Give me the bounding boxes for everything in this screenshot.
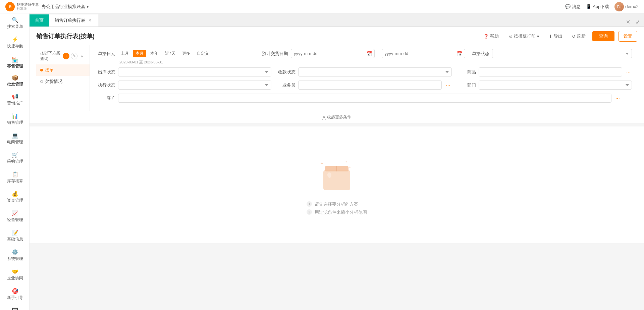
query-button[interactable]: 查询 bbox=[592, 31, 614, 41]
salesman-label: 业务员 bbox=[275, 82, 296, 88]
filter-layout: 按以下方案查询 + ✎ « 按单 bbox=[36, 45, 637, 111]
basic-info-icon: 📝 bbox=[12, 229, 18, 236]
payment-status-select[interactable] bbox=[298, 67, 451, 76]
goods-more-button[interactable]: ··· bbox=[625, 69, 632, 75]
tab-sales-exec[interactable]: 销售订单执行表 ✕ bbox=[49, 14, 98, 27]
sidebar-item-system[interactable]: ⚙️ 系统管理 bbox=[0, 246, 29, 265]
sidebar-item-enterprise[interactable]: 🤝 企业协同 bbox=[0, 265, 29, 285]
print-arrow-icon: ▾ bbox=[537, 34, 539, 39]
sidebar-item-operations[interactable]: 📈 经营管理 bbox=[0, 207, 29, 226]
settings-button[interactable]: 设置 bbox=[619, 31, 637, 42]
collapse-scheme-button[interactable]: « bbox=[79, 53, 86, 59]
sidebar-item-ecommerce[interactable]: 💻 电商管理 bbox=[0, 129, 29, 148]
out-status-select[interactable] bbox=[118, 67, 271, 76]
date-end-input[interactable] bbox=[382, 49, 466, 58]
tab-close-button[interactable]: ✕ bbox=[87, 18, 93, 23]
header-left: 畅 畅捷通好生意 标准版 办公用品行业模拟账套 ▾ bbox=[5, 2, 89, 11]
date-separator: — bbox=[376, 51, 380, 56]
tab-expand-button[interactable]: ⤢ bbox=[634, 17, 641, 27]
app-center-icon: 🔲 bbox=[12, 307, 18, 310]
sales-icon: 📊 bbox=[12, 113, 18, 119]
message-button[interactable]: 💬 消息 bbox=[565, 4, 581, 10]
expected-date-field: 预计交货日期 📅 — 📅 bbox=[262, 49, 465, 58]
status-label: 单据状态 bbox=[469, 51, 489, 57]
wholesale-icon: 📦 bbox=[12, 74, 18, 81]
operations-icon: 📈 bbox=[12, 210, 18, 216]
date-label: 单据日期 bbox=[95, 51, 115, 57]
edit-scheme-button[interactable]: ✎ bbox=[71, 53, 77, 59]
empty-hint-1: 1 请先选择要分析的方案 bbox=[307, 200, 367, 208]
content-area: 首页 销售订单执行表 ✕ ✕ ⤢ 销售订单执行表(按单) ❓ bbox=[30, 13, 644, 310]
finance-icon: 💰 bbox=[12, 191, 18, 197]
customer-input[interactable] bbox=[118, 94, 611, 103]
filter-sidebar-actions: + ✎ « bbox=[63, 53, 86, 59]
sidebar-item-finance[interactable]: 💰 资金管理 bbox=[0, 187, 29, 207]
sidebar-item-inventory[interactable]: 📋 库存核算 bbox=[0, 168, 29, 187]
filter-form: 单据日期 上月 本月 本年 近7天 更多 自定义 bbox=[90, 45, 637, 111]
tab-close-all-button[interactable]: ✕ bbox=[625, 17, 632, 27]
export-button[interactable]: ⬇ 导出 bbox=[546, 32, 565, 41]
out-status-field: 出库状态 bbox=[95, 67, 271, 76]
tab-home[interactable]: 首页 bbox=[30, 14, 49, 27]
app-selector[interactable]: 办公用品行业模拟账套 ▾ bbox=[42, 4, 89, 10]
svg-text:✦: ✦ bbox=[345, 160, 347, 163]
filter-nav-arrears[interactable]: 欠货情况 bbox=[36, 76, 90, 87]
filter-row-1: 单据日期 上月 本月 本年 近7天 更多 自定义 bbox=[95, 49, 632, 58]
avatar: Ea bbox=[614, 2, 624, 11]
period-last7[interactable]: 近7天 bbox=[162, 50, 178, 57]
filter-nav-by-order[interactable]: 按单 bbox=[36, 64, 90, 76]
customer-label: 客户 bbox=[95, 95, 115, 101]
sidebar-item-sales-mgmt[interactable]: 📊 销售管理 bbox=[0, 109, 29, 129]
ecommerce-icon: 💻 bbox=[12, 132, 18, 139]
period-tabs: 上月 本月 本年 近7天 更多 自定义 bbox=[118, 50, 212, 57]
empty-svg: ✦ ✦ ✦ bbox=[317, 153, 357, 194]
home-tab-label: 首页 bbox=[35, 17, 44, 23]
date-start-input[interactable] bbox=[291, 49, 375, 58]
help-icon: ❓ bbox=[483, 34, 489, 39]
sidebar-item-marketing[interactable]: 📢 营销推广 bbox=[0, 90, 29, 109]
purchase-icon: 🛒 bbox=[12, 152, 18, 158]
collapse-button[interactable]: ⋀ 收起更多条件 bbox=[318, 113, 355, 121]
customer-more-button[interactable]: ··· bbox=[614, 95, 621, 101]
period-last-month[interactable]: 上月 bbox=[118, 50, 131, 57]
dept-field: 部门 bbox=[456, 81, 632, 90]
sidebar-item-purchase[interactable]: 🛒 采购管理 bbox=[0, 148, 29, 168]
sidebar-item-quick-nav[interactable]: ⚡ 快捷导航 bbox=[0, 33, 29, 52]
period-custom[interactable]: 自定义 bbox=[194, 50, 212, 57]
sidebar-item-new-user[interactable]: 🎯 新手引导 bbox=[0, 285, 29, 304]
date-range-text-row: 2023-03-01 至 2023-03-31 bbox=[119, 59, 632, 65]
dept-label: 部门 bbox=[456, 82, 476, 88]
filter-sidebar: 按以下方案查询 + ✎ « 按单 bbox=[36, 45, 90, 111]
exec-status-select[interactable] bbox=[118, 81, 271, 90]
add-scheme-button[interactable]: + bbox=[63, 53, 69, 59]
goods-input[interactable] bbox=[479, 67, 622, 76]
header-right: 💬 消息 📱 App下载 Ea demo2 bbox=[565, 2, 639, 11]
page-content: 销售订单执行表(按单) ❓ 帮助 🖨 按模板打印 ▾ ⬇ bbox=[30, 27, 644, 310]
salesman-more-button[interactable]: ··· bbox=[444, 82, 451, 88]
refresh-button[interactable]: ↺ 刷新 bbox=[569, 32, 588, 41]
user-area[interactable]: Ea demo2 bbox=[614, 2, 639, 11]
salesman-input[interactable] bbox=[298, 81, 442, 90]
template-print-button[interactable]: 🖨 按模板打印 ▾ bbox=[505, 32, 542, 41]
sidebar-item-search-menu[interactable]: 🔍 搜索菜单 bbox=[0, 13, 29, 33]
date-start-wrap: 📅 bbox=[291, 49, 375, 58]
sidebar-item-retail-mgmt[interactable]: 🏪 零售管理 bbox=[0, 54, 29, 72]
help-button[interactable]: ❓ 帮助 bbox=[481, 32, 501, 41]
tab-bar: 首页 销售订单执行表 ✕ ✕ ⤢ bbox=[30, 13, 644, 27]
payment-status-field: 收款状态 bbox=[275, 67, 451, 76]
expected-date-range: 📅 — 📅 bbox=[291, 49, 465, 58]
sidebar-item-wholesale-mgmt[interactable]: 📦 批发管理 bbox=[0, 72, 29, 90]
period-this-month[interactable]: 本月 bbox=[133, 50, 146, 57]
sidebar-item-app-center[interactable]: 🔲 应用中心 bbox=[0, 304, 29, 310]
empty-illustration: ✦ ✦ ✦ bbox=[317, 153, 357, 194]
empty-state: ✦ ✦ ✦ 1 请先选择要分析的方案 2 用过滤条件来缩小分析范围 bbox=[30, 126, 644, 243]
sidebar-item-basic-info[interactable]: 📝 基础信息 bbox=[0, 226, 29, 246]
period-this-year[interactable]: 本年 bbox=[148, 50, 161, 57]
app-download-button[interactable]: 📱 App下载 bbox=[586, 4, 609, 10]
chevron-up-icon: ⋀ bbox=[322, 115, 326, 120]
sidebar: 🔍 搜索菜单 ⚡ 快捷导航 🏪 零售管理 📦 批发管理 📢 营销推广 📊 销售管… bbox=[0, 13, 30, 310]
period-more[interactable]: 更多 bbox=[179, 50, 193, 57]
status-select[interactable] bbox=[492, 49, 632, 58]
arrears-dot bbox=[40, 80, 43, 83]
dept-select[interactable] bbox=[479, 81, 632, 90]
